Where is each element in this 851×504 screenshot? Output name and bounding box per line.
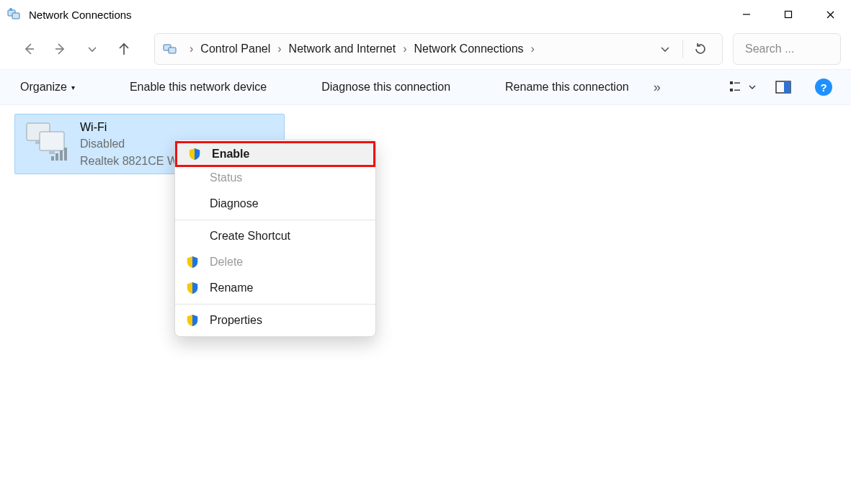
rename-connection-button[interactable]: Rename this connection [499, 76, 635, 98]
search-box[interactable] [733, 33, 841, 65]
chevron-right-icon[interactable]: › [273, 42, 285, 55]
window-title: Network Connections [29, 9, 132, 21]
menu-item-properties[interactable]: Properties [175, 307, 375, 333]
enable-device-button[interactable]: Enable this network device [124, 76, 272, 98]
minimize-button[interactable] [726, 0, 767, 29]
shield-icon [185, 255, 200, 269]
menu-label: Rename [210, 282, 253, 294]
svg-rect-11 [169, 48, 176, 53]
history-dropdown[interactable] [78, 35, 107, 63]
svg-rect-24 [51, 156, 54, 161]
menu-item-delete: Delete [175, 249, 375, 275]
svg-rect-14 [730, 81, 733, 84]
chevron-right-icon[interactable]: › [185, 42, 197, 55]
refresh-button[interactable] [685, 34, 716, 64]
menu-label: Status [210, 171, 242, 184]
location-icon [162, 41, 178, 57]
breadcrumb-item[interactable]: Network Connections [411, 42, 526, 55]
adapter-status: Disabled [80, 135, 190, 152]
chevron-right-icon[interactable]: › [527, 42, 539, 55]
divider [682, 40, 683, 58]
svg-rect-1 [12, 13, 19, 19]
menu-label: Diagnose [210, 197, 259, 210]
shield-icon [187, 147, 202, 161]
svg-point-2 [9, 8, 12, 11]
menu-label: Enable [212, 148, 249, 161]
back-button[interactable] [14, 35, 43, 63]
menu-separator [175, 220, 375, 220]
title-bar: Network Connections [0, 0, 851, 29]
diagnose-connection-button[interactable]: Diagnose this connection [316, 76, 456, 98]
address-bar[interactable]: › Control Panel › Network and Internet ›… [154, 33, 723, 65]
search-input[interactable] [744, 42, 851, 56]
overflow-button[interactable]: » [649, 80, 665, 95]
preview-pane-button[interactable] [770, 74, 796, 100]
svg-rect-4 [785, 12, 792, 18]
app-icon [7, 7, 22, 22]
svg-rect-27 [64, 148, 67, 161]
shield-icon [185, 313, 200, 328]
help-button[interactable]: ? [811, 74, 837, 100]
svg-rect-26 [60, 150, 63, 161]
menu-label: Delete [210, 256, 243, 269]
view-options-button[interactable] [730, 74, 756, 100]
up-button[interactable] [110, 35, 138, 63]
svg-rect-16 [730, 89, 733, 91]
adapter-device: Realtek 8821CE Wi... [80, 153, 190, 169]
svg-rect-22 [40, 132, 64, 150]
breadcrumb-item[interactable]: Control Panel [197, 42, 273, 55]
menu-item-diagnose[interactable]: Diagnose [175, 191, 375, 217]
address-history-button[interactable] [649, 34, 681, 64]
adapter-name: Wi-Fi [80, 119, 190, 135]
svg-rect-25 [55, 153, 58, 161]
menu-item-create-shortcut[interactable]: Create Shortcut [175, 223, 375, 249]
chevron-down-icon: ▾ [71, 84, 75, 91]
shield-icon [185, 281, 200, 295]
chevron-right-icon[interactable]: › [398, 42, 411, 55]
svg-rect-15 [734, 83, 740, 84]
organize-menu[interactable]: Organize ▾ [14, 76, 81, 98]
nav-bar: › Control Panel › Network and Internet ›… [0, 29, 851, 69]
close-button[interactable] [809, 0, 851, 29]
menu-label: Properties [210, 314, 262, 327]
menu-label: Create Shortcut [210, 230, 290, 243]
adapter-icon [22, 119, 71, 168]
menu-item-status: Status [175, 165, 375, 191]
menu-item-enable[interactable]: Enable [175, 141, 375, 167]
forward-button[interactable] [46, 35, 75, 63]
menu-item-rename[interactable]: Rename [175, 275, 375, 301]
content-area: Wi-Fi Disabled Realtek 8821CE Wi... Enab… [0, 105, 851, 183]
breadcrumb-item[interactable]: Network and Internet [286, 42, 399, 55]
menu-separator [175, 304, 375, 305]
svg-rect-19 [784, 81, 790, 93]
context-menu: Enable Status Diagnose Create Shortcut D… [174, 140, 376, 337]
command-bar: Organize ▾ Enable this network device Di… [0, 69, 851, 105]
svg-rect-17 [734, 90, 740, 91]
organize-label: Organize [20, 81, 67, 94]
maximize-button[interactable] [767, 0, 809, 29]
svg-rect-23 [49, 151, 55, 154]
